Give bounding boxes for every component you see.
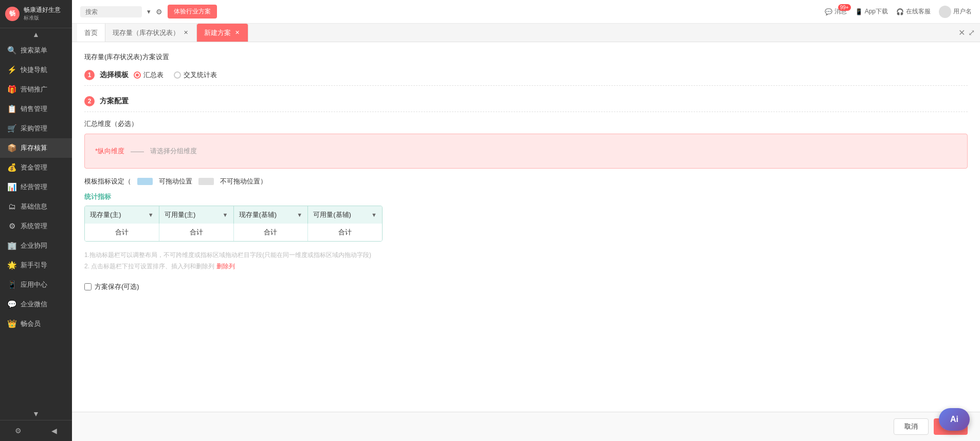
summary-radio[interactable] (134, 71, 141, 79)
col-1-chevron-icon[interactable]: ▼ (223, 212, 228, 218)
sidebar-item-basic-info[interactable]: 🗂 基础信息 (0, 197, 72, 216)
step1-badge: 1 (84, 70, 95, 80)
experience-button[interactable]: 体验行业方案 (168, 5, 217, 19)
search-menu-icon: 🔍 (7, 46, 16, 55)
tip-1: 2. 点击标题栏下拉可设置排序、插入列和删除列 删除列 (84, 261, 968, 272)
app-download-label: App下载 (865, 7, 888, 16)
step2-section: 2 方案配置 汇总维度（必选） *纵向维度 —— 请选择分组维度 模板指标设定（… (84, 96, 968, 272)
cell-0: 合计 (85, 224, 159, 241)
cell-3: 合计 (308, 224, 382, 241)
tab-new-scheme-close[interactable]: ✕ (234, 29, 241, 36)
col-2-chevron-icon[interactable]: ▼ (297, 212, 302, 218)
collapse-button[interactable]: ◀ (47, 425, 61, 437)
scheme-save: 方案保存(可选) (84, 282, 968, 291)
scheme-save-label: 方案保存(可选) (95, 282, 139, 291)
template-summary-option[interactable]: 汇总表 (134, 70, 164, 80)
sidebar-scroll-up[interactable]: ▲ (0, 28, 72, 41)
draggable-label: 可拖动位置 (159, 177, 192, 186)
bottom-bar: 取消 查询 (72, 412, 980, 441)
tab-inventory-close[interactable]: ✕ (183, 29, 189, 36)
nondraggable-indicator-box (198, 178, 214, 185)
sidebar-item-label: 快捷导航 (21, 65, 47, 75)
col-3-chevron-icon[interactable]: ▼ (371, 212, 377, 218)
crosstab-radio[interactable] (174, 71, 181, 79)
tab-inventory-status[interactable]: 现存量（库存状况表） ✕ (105, 24, 197, 42)
sidebar-item-sales[interactable]: 📋 销售管理 (0, 99, 72, 119)
sidebar-item-label: 销售管理 (21, 104, 47, 114)
sidebar-item-search-menu[interactable]: 🔍 搜索菜单 (0, 41, 72, 60)
dropdown-button[interactable]: ▾ (147, 8, 151, 15)
scheme-save-checkbox[interactable] (84, 283, 92, 290)
stats-label: 统计指标 (84, 192, 968, 201)
sidebar-item-inventory[interactable]: 📦 库存核算 (0, 138, 72, 158)
stats-table-body: 合计 合计 合计 合计 (85, 224, 382, 241)
topbar: ▾ ⚙ 体验行业方案 💬 消息 99+ 📱 App下载 🎧 在线客服 用户名 (72, 0, 980, 24)
template-options: 汇总表 交叉统计表 (134, 70, 217, 80)
dimension-dash: —— (131, 148, 144, 155)
tab-new-scheme[interactable]: 新建方案 ✕ (197, 24, 248, 42)
sidebar-item-system[interactable]: ⚙ 系统管理 (0, 216, 72, 236)
online-service-button[interactable]: 🎧 在线客服 (896, 7, 931, 16)
dimension-box: *纵向维度 —— 请选择分组维度 (84, 134, 968, 169)
app-edition: 标准版 (24, 14, 61, 22)
col-0-chevron-icon[interactable]: ▼ (148, 212, 154, 218)
gear-button[interactable]: ⚙ (156, 8, 162, 16)
page-title: 现存量(库存状况表)方案设置 (84, 52, 968, 62)
app-download-button[interactable]: 📱 App下载 (855, 7, 888, 16)
sidebar-item-business[interactable]: 📊 经营管理 (0, 177, 72, 197)
sidebar-item-label: 营销推广 (21, 85, 47, 94)
tip-0: 1.拖动标题栏可以调整布局，不可跨维度或指标区域拖动栏目字段(只能在同一维度或指… (84, 250, 968, 261)
member-icon: 👑 (7, 319, 16, 328)
wechat-icon: 💬 (7, 300, 16, 309)
username-label: 用户名 (953, 7, 972, 16)
app-logo-icon: 畅 (5, 7, 20, 21)
stats-table-header: 现存量(主) ▼ 可用量(主) ▼ 现存量(基辅) ▼ 可用量(基辅) ▼ (85, 206, 382, 224)
sidebar-item-purchase[interactable]: 🛒 采购管理 (0, 119, 72, 138)
sidebar-item-newbie[interactable]: 🌟 新手引导 (0, 255, 72, 275)
cell-1: 合计 (159, 224, 234, 241)
sidebar-item-label: 采购管理 (21, 124, 47, 133)
sidebar-scroll-down[interactable]: ▼ (0, 408, 72, 420)
tips-section: 1.拖动标题栏可以调整布局，不可跨维度或指标区域拖动栏目字段(只能在同一维度或指… (84, 250, 968, 272)
tab-expand-button[interactable]: ⤢ (968, 28, 975, 38)
purchase-icon: 🛒 (7, 124, 16, 133)
sidebar-item-quick-nav[interactable]: ⚡ 快捷导航 (0, 60, 72, 80)
sidebar-item-marketing[interactable]: 🎁 营销推广 (0, 80, 72, 99)
sidebar-item-label: 基础信息 (21, 202, 47, 211)
step1-header: 1 选择模板 汇总表 交叉统计表 (84, 70, 968, 86)
tabs-bar: 首页 现存量（库存状况表） ✕ 新建方案 ✕ ✕ ⤢ (72, 24, 980, 42)
sidebar-item-label: 新手引导 (21, 261, 47, 270)
col-0[interactable]: 现存量(主) ▼ (85, 206, 159, 224)
user-profile-button[interactable]: 用户名 (939, 6, 972, 18)
service-label: 在线客服 (906, 7, 931, 16)
sidebar-item-enterprise[interactable]: 🏢 企业协同 (0, 236, 72, 255)
dimension-title: 汇总维度（必选） (84, 119, 968, 128)
col-2-label: 现存量(基辅) (239, 210, 277, 219)
basic-info-icon: 🗂 (7, 202, 16, 211)
col-1[interactable]: 可用量(主) ▼ (159, 206, 234, 224)
sidebar-item-member[interactable]: 👑 畅会员 (0, 314, 72, 334)
ai-float-button[interactable]: Ai (939, 408, 970, 431)
sidebar-item-label: 应用中心 (21, 280, 47, 289)
sidebar-item-label: 企业协同 (21, 241, 47, 250)
cell-2: 合计 (234, 224, 308, 241)
marketing-icon: 🎁 (7, 85, 16, 94)
headset-icon: 🎧 (896, 8, 904, 15)
sidebar-item-label: 搜索菜单 (21, 46, 47, 55)
col-2[interactable]: 现存量(基辅) ▼ (234, 206, 308, 224)
col-3[interactable]: 可用量(基辅) ▼ (308, 206, 382, 224)
sidebar-item-wechat[interactable]: 💬 企业微信 (0, 295, 72, 314)
tab-home[interactable]: 首页 (77, 24, 105, 42)
cancel-button[interactable]: 取消 (894, 418, 929, 435)
message-button[interactable]: 💬 消息 99+ (825, 7, 847, 16)
indicator-row: 模板指标设定（ 可拖动位置 不可拖动位置） (84, 177, 968, 186)
content-area: 现存量(库存状况表)方案设置 1 选择模板 汇总表 交叉统计表 (72, 42, 980, 412)
settings-button[interactable]: ⚙ (11, 425, 26, 437)
search-input[interactable] (80, 6, 142, 17)
message-badge: 99+ (838, 4, 851, 11)
sidebar-item-finance[interactable]: 💰 资金管理 (0, 158, 72, 177)
sidebar-item-app-center[interactable]: 📱 应用中心 (0, 275, 72, 295)
template-crosstab-option[interactable]: 交叉统计表 (174, 70, 217, 80)
tab-close-all-button[interactable]: ✕ (958, 28, 965, 38)
app-name: 畅康通好生意 (24, 6, 61, 14)
